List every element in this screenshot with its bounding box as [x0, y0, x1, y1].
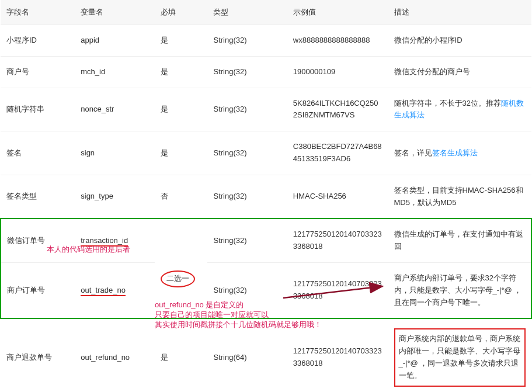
- cell-var: transaction_id: [75, 218, 154, 262]
- cell-var: out_trade_no: [75, 262, 154, 318]
- cell-example: 1217752501201407033233368018: [287, 262, 388, 318]
- table-row: 随机字符串 nonce_str 是 String(32) 5K8264ILTKC…: [1, 88, 531, 131]
- cell-desc: 签名，详见签名生成算法: [388, 131, 531, 175]
- cell-desc: 微信生成的订单号，在支付通知中有返回: [388, 218, 531, 262]
- annotation-out-refund-2: 只要自己的项目能唯一对应就可以: [155, 310, 269, 320]
- cell-desc: 商户系统内部订单号，要求32个字符内，只能是数字、大小写字母_-|*@ ，且在同…: [388, 262, 531, 318]
- cell-field: 商户订单号: [1, 262, 75, 318]
- cell-desc: 商户系统内部的退款单号，商户系统内部唯一，只能是数字、大小写字母_-|*@ ，同…: [388, 318, 531, 392]
- cell-field: 商户号: [1, 56, 75, 88]
- annotation-out-refund-3: 其实使用时间戳拼接个十几位随机码就足够用哦！: [155, 320, 322, 330]
- cell-var: out_refund_no: [75, 318, 154, 392]
- cell-desc: 微信分配的小程序ID: [388, 25, 531, 57]
- cell-field: 签名: [1, 131, 75, 175]
- cell-type: String(32): [207, 131, 287, 175]
- cell-example: 1217752501201407033233368018: [287, 218, 388, 262]
- cell-example: 5K8264ILTKCH16CQ2502SI8ZNMTM67VS: [287, 88, 388, 131]
- cell-req: 否: [155, 175, 208, 218]
- annotation-out-refund-1: out_refund_no 是自定义的: [155, 300, 244, 310]
- table-header-row: 字段名 变量名 必填 类型 示例值 描述: [1, 0, 531, 25]
- cell-var: sign_type: [75, 175, 154, 218]
- header-type: 类型: [207, 0, 287, 25]
- header-req: 必填: [155, 0, 208, 25]
- cell-type: String(32): [207, 88, 287, 131]
- cell-type: String(32): [207, 175, 287, 218]
- cell-desc: 随机字符串，不长于32位。推荐随机数生成算法: [388, 88, 531, 131]
- cell-field: 随机字符串: [1, 88, 75, 131]
- cell-example: wx8888888888888888: [287, 25, 388, 57]
- cell-example: HMAC-SHA256: [287, 175, 388, 218]
- header-desc: 描述: [388, 0, 531, 25]
- header-example: 示例值: [287, 0, 388, 25]
- cell-desc: 微信支付分配的商户号: [388, 56, 531, 88]
- cell-req: 是: [155, 131, 208, 175]
- cell-field: 签名类型: [1, 175, 75, 218]
- red-box-refund-desc: 商户系统内部的退款单号，商户系统内部唯一，只能是数字、大小写字母_-|*@ ，同…: [394, 328, 526, 386]
- cell-example: C380BEC2BFD727A4B6845133519F3AD6: [287, 131, 388, 175]
- cell-type: String(32): [207, 25, 287, 57]
- cell-req: 是: [155, 56, 208, 88]
- cell-var: appid: [75, 25, 154, 57]
- cell-var: mch_id: [75, 56, 154, 88]
- header-var: 变量名: [75, 0, 154, 25]
- cell-var: nonce_str: [75, 88, 154, 131]
- table-row: 商户号 mch_id 是 String(32) 1900000109 微信支付分…: [1, 56, 531, 88]
- cell-type: String(32): [207, 56, 287, 88]
- table-row: 签名类型 sign_type 否 String(32) HMAC-SHA256 …: [1, 175, 531, 218]
- oval-choose-one: 二选一: [161, 270, 195, 287]
- cell-field: 商户退款单号: [1, 318, 75, 392]
- cell-desc: 签名类型，目前支持HMAC-SHA256和MD5，默认为MD5: [388, 175, 531, 218]
- link-sign[interactable]: 签名生成算法: [432, 148, 478, 157]
- api-params-table: 字段名 变量名 必填 类型 示例值 描述 小程序ID appid 是 Strin…: [0, 0, 532, 392]
- table-row: 小程序ID appid 是 String(32) wx8888888888888…: [1, 25, 531, 57]
- cell-type: String(32): [207, 218, 287, 262]
- cell-req: 是: [155, 88, 208, 131]
- cell-field: 小程序ID: [1, 25, 75, 57]
- cell-example: 1900000109: [287, 56, 388, 88]
- cell-req: 是: [155, 25, 208, 57]
- annotation-choose-latter: 本人的代码选用的是后者: [47, 244, 130, 255]
- table-row: 微信订单号 transaction_id 二选一 String(32) 1217…: [1, 218, 531, 262]
- cell-field: 微信订单号: [1, 218, 75, 262]
- cell-var: sign: [75, 131, 154, 175]
- table-row: 签名 sign 是 String(32) C380BEC2BFD727A4B68…: [1, 131, 531, 175]
- header-field: 字段名: [1, 0, 75, 25]
- underlined-var: out_trade_no: [81, 286, 126, 296]
